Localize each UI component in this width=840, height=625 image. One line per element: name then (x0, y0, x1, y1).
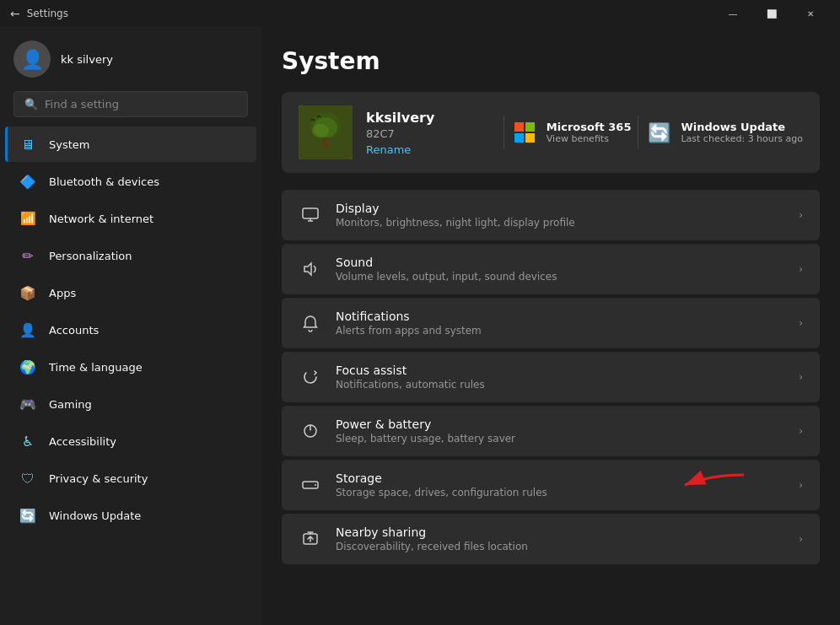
nav-item-system[interactable]: 🖥 System (5, 127, 256, 162)
focus-subtitle: Notifications, automatic rules (336, 379, 785, 391)
sound-chevron: › (799, 263, 803, 275)
settings-list: Display Monitors, brightness, night ligh… (282, 190, 820, 564)
settings-item-storage[interactable]: Storage Storage space, drives, configura… (282, 460, 820, 510)
gaming-icon: 🎮 (19, 395, 37, 413)
search-box[interactable]: 🔍 Find a setting (13, 91, 248, 117)
nav-label-network: Network & internet (49, 213, 153, 225)
avatar-icon: 👤 (21, 49, 44, 70)
sound-title: Sound (336, 256, 785, 269)
accessibility-icon: ♿ (19, 432, 37, 450)
microsoft365-subtitle: View benefits (547, 133, 632, 144)
search-icon: 🔍 (24, 98, 38, 110)
settings-item-sound[interactable]: Sound Volume levels, output, input, soun… (282, 244, 820, 294)
avatar: 👤 (13, 40, 51, 78)
focus-chevron: › (799, 371, 803, 383)
card-divider-1 (503, 116, 504, 149)
user-card-avatar (299, 105, 353, 159)
focus-title: Focus assist (336, 364, 785, 377)
user-card-info: kksilvery 82C7 Rename (366, 110, 497, 156)
sidebar: 👤 kk silvery 🔍 Find a setting 🖥 System 🔷… (0, 27, 261, 625)
svg-rect-10 (303, 208, 318, 218)
rename-link[interactable]: Rename (366, 143, 497, 156)
power-chevron: › (799, 425, 803, 437)
user-card-id: 82C7 (366, 127, 497, 140)
windows-update-subtitle: Last checked: 3 hours ago (681, 133, 803, 144)
microsoft365-icon (511, 119, 538, 146)
nearby-subtitle: Discoverability, received files location (336, 541, 785, 552)
user-card-name: kksilvery (366, 110, 497, 126)
windows-update-text: Windows Update Last checked: 3 hours ago (681, 121, 803, 144)
focus-icon (299, 365, 322, 389)
storage-chevron: › (799, 479, 803, 491)
nav-label-time: Time & language (49, 361, 143, 374)
nearby-title: Nearby sharing (336, 525, 785, 539)
notifications-text: Notifications Alerts from apps and syste… (336, 310, 785, 337)
sound-icon (299, 257, 322, 281)
display-title: Display (336, 202, 785, 215)
main-content: System (261, 27, 840, 625)
settings-item-nearby[interactable]: Nearby sharing Discoverability, received… (282, 514, 820, 564)
sound-subtitle: Volume levels, output, input, sound devi… (336, 271, 785, 283)
user-card: kksilvery 82C7 Rename Microsoft 365 View (282, 92, 820, 173)
nearby-svg-icon (301, 530, 320, 548)
app-body: 👤 kk silvery 🔍 Find a setting 🖥 System 🔷… (0, 27, 840, 625)
settings-item-focus[interactable]: Focus assist Notifications, automatic ru… (282, 352, 820, 402)
avatar-artwork (299, 105, 353, 159)
nav-item-personalization[interactable]: ✏ Personalization (5, 238, 256, 273)
privacy-icon: 🛡 (19, 469, 37, 488)
settings-item-notifications[interactable]: Notifications Alerts from apps and syste… (282, 298, 820, 348)
nav-item-accessibility[interactable]: ♿ Accessibility (5, 423, 256, 459)
nav-label-bluetooth: Bluetooth & devices (49, 175, 159, 188)
notifications-subtitle: Alerts from apps and system (336, 325, 785, 337)
search-placeholder: Find a setting (45, 98, 119, 110)
sidebar-user-profile[interactable]: 👤 kk silvery (0, 27, 261, 86)
nav-item-apps[interactable]: 📦 Apps (5, 275, 256, 310)
nav-label-accounts: Accounts (49, 324, 99, 337)
power-title: Power & battery (336, 418, 785, 431)
settings-item-power[interactable]: Power & battery Sleep, battery usage, ba… (282, 406, 820, 456)
storage-arrow-annotation (668, 468, 752, 502)
nav-item-privacy[interactable]: 🛡 Privacy & security (5, 461, 256, 496)
search-container: 🔍 Find a setting (0, 86, 261, 126)
notifications-title: Notifications (336, 310, 785, 323)
nearby-text: Nearby sharing Discoverability, received… (336, 525, 785, 552)
svg-point-13 (315, 484, 316, 486)
nav-item-update[interactable]: 🔄 Windows Update (5, 498, 256, 533)
bluetooth-icon: 🔷 (19, 172, 37, 191)
focus-text: Focus assist Notifications, automatic ru… (336, 364, 785, 391)
network-icon: 📶 (19, 209, 37, 228)
windows-update-icon: 🔄 (645, 119, 672, 146)
svg-rect-9 (525, 133, 535, 143)
nav-item-network[interactable]: 📶 Network & internet (5, 201, 256, 236)
nav-item-bluetooth[interactable]: 🔷 Bluetooth & devices (5, 164, 256, 199)
nearby-icon (299, 527, 322, 551)
nav-item-time[interactable]: 🌍 Time & language (5, 349, 256, 385)
microsoft365-action[interactable]: Microsoft 365 View benefits (511, 119, 632, 146)
notifications-svg-icon (301, 314, 320, 332)
app-title: Settings (27, 8, 68, 19)
display-icon (299, 203, 322, 227)
minimize-button[interactable]: — (713, 0, 752, 27)
titlebar: ← Settings — ⬜ ✕ (0, 0, 840, 27)
svg-rect-7 (525, 122, 535, 132)
microsoft365-text: Microsoft 365 View benefits (547, 121, 632, 144)
settings-item-display[interactable]: Display Monitors, brightness, night ligh… (282, 190, 820, 240)
nav-label-update: Windows Update (49, 509, 141, 522)
nav-item-accounts[interactable]: 👤 Accounts (5, 312, 256, 348)
power-svg-icon (301, 422, 320, 440)
back-icon[interactable]: ← (10, 7, 20, 20)
card-divider-2 (638, 116, 638, 149)
maximize-button[interactable]: ⬜ (752, 0, 791, 27)
apps-icon: 📦 (19, 283, 37, 302)
display-subtitle: Monitors, brightness, night light, displ… (336, 217, 785, 229)
personalization-icon: ✏ (19, 246, 37, 265)
nav-label-personalization: Personalization (49, 250, 132, 262)
display-text: Display Monitors, brightness, night ligh… (336, 202, 785, 229)
nav-label-accessibility: Accessibility (49, 435, 116, 448)
close-button[interactable]: ✕ (791, 0, 830, 27)
nav-item-gaming[interactable]: 🎮 Gaming (5, 386, 256, 422)
windows-update-action[interactable]: 🔄 Windows Update Last checked: 3 hours a… (645, 119, 803, 146)
power-icon (299, 419, 322, 443)
avatar-image (299, 105, 353, 159)
notifications-chevron: › (799, 317, 803, 329)
